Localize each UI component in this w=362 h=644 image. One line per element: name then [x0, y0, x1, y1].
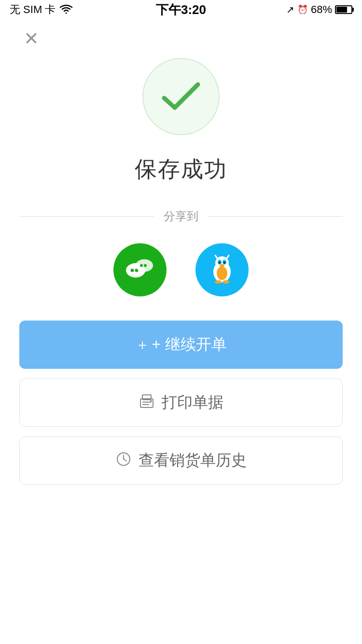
- success-title: 保存成功: [135, 154, 227, 184]
- share-divider: 分享到: [19, 209, 343, 224]
- history-label: 查看销货单历史: [139, 450, 247, 471]
- buttons-section: ＋ + 继续开单 打印单据: [0, 321, 362, 485]
- print-button[interactable]: 打印单据: [19, 378, 343, 427]
- battery-percent: 68%: [311, 3, 332, 16]
- continue-label: + 继续开单: [152, 334, 227, 355]
- svg-rect-20: [142, 404, 149, 405]
- success-circle: [142, 58, 220, 135]
- svg-line-25: [124, 459, 126, 461]
- svg-rect-19: [142, 402, 151, 403]
- wechat-icon: [123, 253, 157, 287]
- svg-point-10: [219, 262, 221, 264]
- svg-line-16: [215, 255, 217, 258]
- print-label: 打印单据: [162, 392, 223, 413]
- status-time: 下午3:20: [156, 1, 206, 18]
- svg-line-17: [227, 255, 229, 258]
- carrier-text: 无 SIM 卡: [10, 2, 56, 17]
- svg-point-11: [223, 262, 225, 264]
- history-button[interactable]: 查看销货单历史: [19, 436, 343, 485]
- svg-point-22: [150, 400, 152, 402]
- qq-icon: [207, 254, 238, 286]
- checkmark-icon: [159, 80, 203, 113]
- print-icon: [139, 394, 155, 412]
- svg-point-5: [144, 264, 147, 267]
- location-icon: ↗: [286, 4, 294, 15]
- svg-point-15: [223, 280, 229, 283]
- status-bar: 无 SIM 卡 下午3:20 ↗ ⏰ 68%: [0, 0, 362, 19]
- svg-point-4: [140, 264, 143, 267]
- close-button[interactable]: ✕: [19, 27, 43, 51]
- status-indicators: ↗ ⏰ 68%: [286, 3, 352, 16]
- battery-icon: [335, 5, 352, 14]
- svg-point-1: [131, 269, 134, 272]
- share-icons: [19, 243, 343, 296]
- svg-point-14: [215, 280, 222, 283]
- svg-point-13: [217, 266, 227, 280]
- divider-right: [208, 216, 343, 217]
- qq-share-button[interactable]: [195, 243, 249, 296]
- alarm-icon: ⏰: [297, 4, 308, 15]
- share-section: 分享到: [0, 209, 362, 296]
- wifi-icon: [59, 4, 73, 15]
- plus-icon: ＋: [135, 335, 150, 355]
- share-label: 分享到: [164, 209, 198, 224]
- status-carrier: 无 SIM 卡: [10, 2, 73, 17]
- continue-button[interactable]: ＋ + 继续开单: [19, 321, 343, 369]
- divider-left: [19, 216, 154, 217]
- close-icon: ✕: [24, 29, 39, 48]
- wechat-share-button[interactable]: [113, 243, 167, 296]
- history-icon: [115, 451, 132, 471]
- main-content: 保存成功 分享到: [0, 19, 362, 485]
